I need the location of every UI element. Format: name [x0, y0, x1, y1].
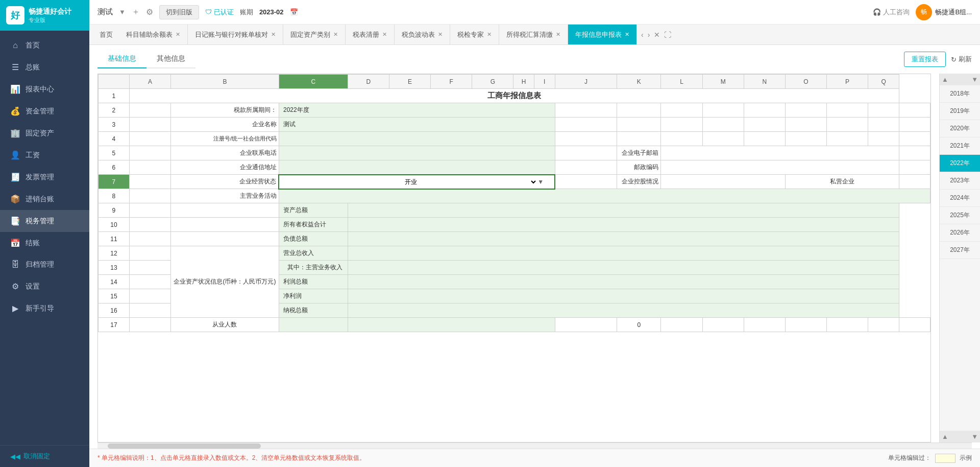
tab-close-all-icon[interactable]: ✕	[652, 31, 662, 39]
col-header-n[interactable]: N	[744, 75, 785, 89]
cell-4-m[interactable]	[744, 132, 785, 146]
cell-4-a[interactable]	[129, 132, 170, 146]
cell-2-c[interactable]: 2022年度	[279, 103, 555, 118]
tab-tax-form-close-icon[interactable]: ✕	[382, 31, 387, 38]
tab-income-tax[interactable]: 所得税汇算清缴 ✕	[499, 25, 568, 45]
cell-17-n[interactable]	[785, 318, 826, 332]
cell-13-c[interactable]: 其中：主营业务收入	[279, 261, 348, 275]
add-tab-icon[interactable]: ＋	[132, 7, 140, 17]
subtab-basic[interactable]: 基础信息	[97, 50, 146, 68]
cell-6-c[interactable]	[279, 160, 555, 175]
col-header-a[interactable]: A	[129, 75, 170, 89]
cell-17-q[interactable]	[899, 318, 930, 332]
cell-7-b[interactable]: 企业经营状态	[170, 175, 279, 189]
year-item-2024[interactable]: 2024年	[940, 190, 980, 207]
business-status-select[interactable]: 开业 注销 吊销 迁出 撤销	[290, 178, 537, 186]
tab-prev-icon[interactable]: ‹	[639, 31, 646, 39]
cell-6-i[interactable]	[555, 160, 617, 175]
tab-tax-check[interactable]: 税检专家 ✕	[450, 25, 499, 45]
cell-5-c[interactable]	[279, 146, 555, 160]
cell-3-a[interactable]	[129, 118, 170, 132]
cell-3-q[interactable]	[899, 118, 930, 132]
cell-5-j[interactable]: 企业电子邮箱	[617, 146, 661, 160]
tab-income-tax-close-icon[interactable]: ✕	[556, 31, 560, 38]
sidebar-item-invoice[interactable]: 🧾 发票管理	[0, 166, 89, 188]
cell-17-l[interactable]	[702, 318, 744, 332]
year-panel-up-icon[interactable]: ▲	[942, 76, 948, 83]
tab-tax-wave[interactable]: 税负波动表 ✕	[395, 25, 450, 45]
cell-2-a[interactable]	[129, 103, 170, 118]
cell-13-a[interactable]	[129, 261, 170, 275]
sidebar-item-ledger[interactable]: ☰ 总账	[0, 56, 89, 78]
switch-old-version-button[interactable]: 切到旧版	[159, 5, 199, 19]
cell-17-p[interactable]	[868, 318, 899, 332]
cell-4-j[interactable]	[617, 132, 661, 146]
cell-1-title[interactable]: 工商年报信息表	[129, 89, 899, 103]
cell-10-b[interactable]	[170, 218, 279, 232]
cell-17-c[interactable]	[279, 318, 348, 332]
sidebar-item-payroll[interactable]: 👤 工资	[0, 144, 89, 166]
sidebar-item-home[interactable]: ⌂ 首页	[0, 35, 89, 56]
horizontal-scrollbar[interactable]	[97, 442, 972, 449]
sidebar-item-report[interactable]: 📊 报表中心	[0, 78, 89, 100]
col-header-o[interactable]: O	[785, 75, 826, 89]
cell-17-b[interactable]: 从业人数	[170, 318, 279, 332]
cell-4-c[interactable]	[279, 132, 555, 146]
cell-3-m[interactable]	[744, 118, 785, 132]
tab-journal-close-icon[interactable]: ✕	[271, 31, 276, 38]
cell-4-o[interactable]	[827, 132, 868, 146]
cell-7-dropdown[interactable]: 开业 注销 吊销 迁出 撤销 ▼	[279, 175, 555, 189]
cell-12-a[interactable]	[129, 246, 170, 261]
cell-10-rest[interactable]	[348, 218, 899, 232]
sidebar-collapse-btn[interactable]: ◀◀ 取消固定	[0, 445, 89, 467]
cell-3-j[interactable]	[617, 118, 661, 132]
cell-5-k[interactable]	[661, 146, 899, 160]
cell-16-rest[interactable]	[348, 303, 899, 318]
cell-2-p[interactable]	[868, 103, 899, 118]
cell-4-k[interactable]	[661, 132, 702, 146]
cell-2-m[interactable]	[744, 103, 785, 118]
col-header-m[interactable]: M	[702, 75, 744, 89]
col-header-h[interactable]: H	[513, 75, 534, 89]
col-header-p[interactable]: P	[827, 75, 868, 89]
cell-17-m[interactable]	[744, 318, 785, 332]
year-item-2020[interactable]: 2020年	[940, 120, 980, 137]
cell-6-q[interactable]	[899, 160, 930, 175]
dropdown-arrow-icon[interactable]: ▼	[119, 8, 126, 16]
sidebar-item-tax[interactable]: 📑 税务管理	[0, 210, 89, 232]
cell-7-n[interactable]: 私营企业	[785, 175, 899, 189]
cell-8-b[interactable]: 主营业务活动	[170, 189, 279, 203]
cell-11-c[interactable]: 负债总额	[279, 232, 348, 246]
cell-17-k[interactable]	[661, 318, 702, 332]
cell-3-b[interactable]: 企业名称	[170, 118, 279, 132]
cell-3-n[interactable]	[785, 118, 826, 132]
settings-gear-icon[interactable]: ⚙	[146, 7, 153, 17]
cell-11-b[interactable]	[170, 232, 279, 246]
cell-14-a[interactable]	[129, 275, 170, 289]
tab-tax-wave-close-icon[interactable]: ✕	[438, 31, 443, 38]
sidebar-item-capital[interactable]: 💰 资金管理	[0, 100, 89, 122]
tab-aux[interactable]: 科目辅助余额表 ✕	[119, 25, 188, 45]
cell-6-a[interactable]	[129, 160, 170, 175]
col-header-c[interactable]: C	[279, 75, 348, 89]
cell-17-j[interactable]: 0	[617, 318, 661, 332]
cell-14-rest[interactable]	[348, 275, 899, 289]
col-header-j[interactable]: J	[555, 75, 617, 89]
year-item-2025[interactable]: 2025年	[940, 207, 980, 224]
cell-16-a[interactable]	[129, 303, 170, 318]
tab-aux-close-icon[interactable]: ✕	[176, 31, 180, 38]
subtab-other[interactable]: 其他信息	[146, 50, 195, 68]
cell-12-c[interactable]: 营业总收入	[279, 246, 348, 261]
col-header-b[interactable]: B	[170, 75, 279, 89]
cell-3-p[interactable]	[868, 118, 899, 132]
user-menu-btn[interactable]: 畅 畅捷通B组...	[916, 4, 972, 20]
cell-2-q[interactable]	[899, 103, 930, 118]
tab-home[interactable]: 首页	[93, 25, 119, 45]
year-item-2026[interactable]: 2026年	[940, 224, 980, 242]
scrollbar-thumb[interactable]	[108, 443, 261, 449]
cell-17-o[interactable]	[827, 318, 868, 332]
cell-9-b[interactable]	[170, 203, 279, 218]
cell-4-b[interactable]: 注册号/统一社会信用代码	[170, 132, 279, 146]
col-header-f[interactable]: F	[431, 75, 472, 89]
year-item-2023[interactable]: 2023年	[940, 172, 980, 190]
